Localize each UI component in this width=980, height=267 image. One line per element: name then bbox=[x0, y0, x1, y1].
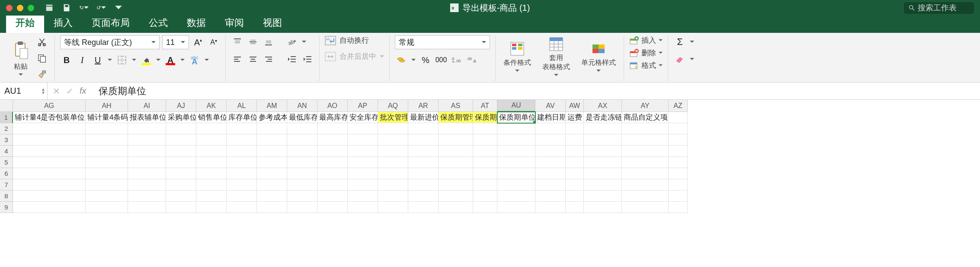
cell-AJ4[interactable] bbox=[166, 146, 196, 157]
font-color-button[interactable]: A bbox=[164, 54, 177, 67]
cell-AM3[interactable] bbox=[257, 134, 287, 146]
column-header-AI[interactable]: AI bbox=[128, 100, 166, 112]
cell-AH8[interactable] bbox=[86, 191, 128, 202]
cell-AR2[interactable] bbox=[408, 123, 439, 134]
cell-AG5[interactable] bbox=[13, 157, 86, 168]
align-left-button[interactable] bbox=[231, 53, 244, 66]
cell-AK3[interactable] bbox=[196, 134, 227, 146]
cell-AZ1[interactable] bbox=[669, 112, 688, 123]
number-format-combo[interactable]: 常规 bbox=[395, 35, 490, 49]
cell-AV5[interactable] bbox=[535, 157, 566, 168]
cell-AK9[interactable] bbox=[196, 202, 227, 213]
cell-AI6[interactable] bbox=[128, 168, 166, 179]
cell-AQ1[interactable]: 批次管理 bbox=[378, 112, 408, 123]
format-cells-button[interactable]: 格式 bbox=[629, 60, 663, 70]
cell-AT5[interactable] bbox=[473, 157, 497, 168]
cell-AO6[interactable] bbox=[317, 168, 348, 179]
cell-AX3[interactable] bbox=[584, 134, 622, 146]
cell-AY6[interactable] bbox=[622, 168, 669, 179]
cell-AT9[interactable] bbox=[473, 202, 497, 213]
cell-AM9[interactable] bbox=[257, 202, 287, 213]
orientation-button[interactable]: ab bbox=[285, 35, 298, 48]
column-header-AR[interactable]: AR bbox=[408, 100, 439, 112]
cell-AS4[interactable] bbox=[439, 146, 473, 157]
row-header-6[interactable]: 6 bbox=[0, 168, 13, 179]
cell-AP2[interactable] bbox=[348, 123, 378, 134]
cell-AS5[interactable] bbox=[439, 157, 473, 168]
cell-AO9[interactable] bbox=[317, 202, 348, 213]
cell-AN2[interactable] bbox=[287, 123, 317, 134]
cell-AK8[interactable] bbox=[196, 191, 227, 202]
increase-decimal-button[interactable]: .0.00 bbox=[450, 54, 463, 67]
cell-AR5[interactable] bbox=[408, 157, 439, 168]
tab-data[interactable]: 数据 bbox=[177, 13, 215, 33]
cell-AH6[interactable] bbox=[86, 168, 128, 179]
row-header-8[interactable]: 8 bbox=[0, 191, 13, 202]
cell-AY1[interactable]: 商品自定义项 bbox=[622, 112, 669, 123]
currency-dropdown[interactable] bbox=[410, 54, 416, 67]
cell-AY4[interactable] bbox=[622, 146, 669, 157]
cell-AH5[interactable] bbox=[86, 157, 128, 168]
row-header-2[interactable]: 2 bbox=[0, 123, 13, 134]
cell-AM7[interactable] bbox=[257, 179, 287, 191]
cell-AJ9[interactable] bbox=[166, 202, 196, 213]
column-header-AS[interactable]: AS bbox=[439, 100, 473, 112]
cell-AR7[interactable] bbox=[408, 179, 439, 191]
home-icon[interactable] bbox=[45, 3, 54, 13]
cell-AO2[interactable] bbox=[317, 123, 348, 134]
cell-AR9[interactable] bbox=[408, 202, 439, 213]
decrease-indent-button[interactable] bbox=[285, 53, 298, 66]
cancel-formula-button[interactable]: ✕ bbox=[53, 86, 60, 96]
cell-AL4[interactable] bbox=[227, 146, 257, 157]
cell-AN8[interactable] bbox=[287, 191, 317, 202]
percent-button[interactable]: % bbox=[419, 54, 432, 67]
cell-AJ2[interactable] bbox=[166, 123, 196, 134]
cell-AI8[interactable] bbox=[128, 191, 166, 202]
cell-AZ4[interactable] bbox=[669, 146, 688, 157]
cell-AL7[interactable] bbox=[227, 179, 257, 191]
copy-button[interactable] bbox=[35, 52, 49, 65]
cell-styles-button[interactable]: 单元格样式 bbox=[579, 40, 618, 73]
cell-AP1[interactable]: 安全库存 bbox=[348, 112, 378, 123]
column-header-AH[interactable]: AH bbox=[86, 100, 128, 112]
cell-AK5[interactable] bbox=[196, 157, 227, 168]
cell-AJ6[interactable] bbox=[166, 168, 196, 179]
tab-home[interactable]: 开始 bbox=[6, 13, 44, 33]
cell-AW6[interactable] bbox=[566, 168, 584, 179]
column-header-AJ[interactable]: AJ bbox=[166, 100, 196, 112]
cell-AJ8[interactable] bbox=[166, 191, 196, 202]
tab-page-layout[interactable]: 页面布局 bbox=[82, 13, 139, 33]
format-painter-button[interactable] bbox=[35, 68, 49, 81]
cell-AM8[interactable] bbox=[257, 191, 287, 202]
cell-AG1[interactable]: 辅计量4是否包装单位 bbox=[13, 112, 86, 123]
cell-AI7[interactable] bbox=[128, 179, 166, 191]
decrease-font-button[interactable]: A▾ bbox=[207, 36, 220, 49]
font-name-combo[interactable]: 等线 Regular (正文) bbox=[60, 35, 160, 49]
borders-dropdown[interactable] bbox=[131, 54, 137, 67]
tab-view[interactable]: 视图 bbox=[253, 13, 291, 33]
column-header-AW[interactable]: AW bbox=[566, 100, 584, 112]
cell-AO5[interactable] bbox=[317, 157, 348, 168]
cell-AL8[interactable] bbox=[227, 191, 257, 202]
cell-AM4[interactable] bbox=[257, 146, 287, 157]
cell-AS7[interactable] bbox=[439, 179, 473, 191]
cell-AZ2[interactable] bbox=[669, 123, 688, 134]
cell-AX9[interactable] bbox=[584, 202, 622, 213]
cell-AO8[interactable] bbox=[317, 191, 348, 202]
qat-customize-icon[interactable] bbox=[114, 3, 123, 13]
cell-AL6[interactable] bbox=[227, 168, 257, 179]
cell-AV7[interactable] bbox=[535, 179, 566, 191]
cell-AL5[interactable] bbox=[227, 157, 257, 168]
cell-AN3[interactable] bbox=[287, 134, 317, 146]
cell-AK1[interactable]: 销售单位 bbox=[196, 112, 227, 123]
bold-button[interactable]: B bbox=[60, 54, 73, 67]
cell-AH7[interactable] bbox=[86, 179, 128, 191]
wrap-text-button[interactable]: ab 自动换行 bbox=[325, 35, 384, 45]
cell-AU9[interactable] bbox=[497, 202, 535, 213]
cell-AX7[interactable] bbox=[584, 179, 622, 191]
cell-AV6[interactable] bbox=[535, 168, 566, 179]
paste-button[interactable]: 粘贴 bbox=[10, 40, 32, 77]
cell-AW4[interactable] bbox=[566, 146, 584, 157]
cell-AT2[interactable] bbox=[473, 123, 497, 134]
cell-AU2[interactable] bbox=[497, 123, 535, 134]
